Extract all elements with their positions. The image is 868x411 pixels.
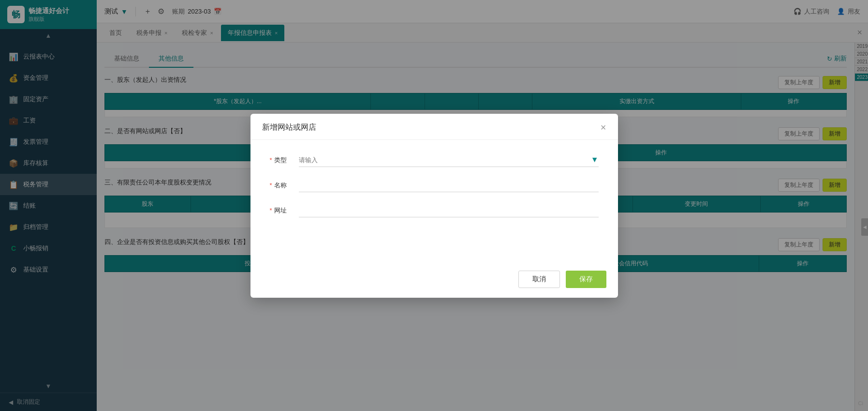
- add-website-modal: 新增网站或网店 × * 类型 ▼ * 名称: [250, 114, 618, 298]
- name-required: *: [270, 182, 272, 189]
- modal-title: 新增网站或网店: [262, 122, 316, 133]
- modal-overlay: 新增网站或网店 × * 类型 ▼ * 名称: [0, 0, 868, 411]
- url-label: * 网址: [270, 206, 299, 215]
- modal-footer: 取消 保存: [250, 263, 618, 298]
- name-input[interactable]: [299, 179, 599, 192]
- type-required: *: [270, 156, 272, 164]
- name-label: * 名称: [270, 181, 299, 190]
- modal-header: 新增网站或网店 ×: [250, 114, 618, 140]
- form-group-name: * 名称: [270, 179, 599, 192]
- type-dropdown-arrow[interactable]: ▼: [591, 155, 599, 164]
- type-select-wrapper: ▼: [299, 153, 599, 167]
- form-group-url: * 网址: [270, 204, 599, 217]
- url-required: *: [270, 207, 272, 214]
- modal-body: * 类型 ▼ * 名称 * 网址: [250, 140, 618, 263]
- modal-close-button[interactable]: ×: [601, 122, 606, 132]
- form-group-type: * 类型 ▼: [270, 153, 599, 167]
- save-button[interactable]: 保存: [566, 271, 606, 288]
- url-input[interactable]: [299, 204, 599, 217]
- cancel-button[interactable]: 取消: [518, 271, 560, 288]
- type-select-input[interactable]: [299, 153, 591, 167]
- type-label: * 类型: [270, 156, 299, 165]
